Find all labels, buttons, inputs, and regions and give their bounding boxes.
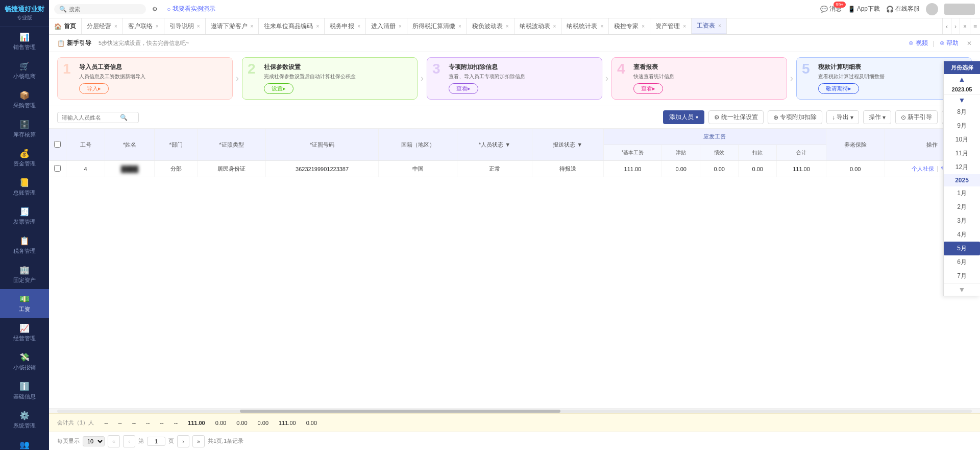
- month-item-9[interactable]: 9月: [944, 119, 980, 133]
- tab-menu-btn[interactable]: ≡: [970, 18, 980, 35]
- tab-tax-stat[interactable]: 纳税统计表 ×: [561, 18, 609, 35]
- sidebar-item-system[interactable]: ⚙️ 系统管理: [0, 406, 49, 435]
- month-item-10[interactable]: 10月: [944, 133, 980, 147]
- horizontal-scrollbar[interactable]: [49, 408, 980, 413]
- row-checkbox[interactable]: [54, 165, 61, 172]
- sidebar-item-assets[interactable]: 🏢 固定资产: [0, 260, 49, 289]
- sidebar-item-ledger[interactable]: 📒 总账管理: [0, 173, 49, 202]
- next-page-btn[interactable]: ›: [177, 435, 189, 447]
- sidebar-item-operations[interactable]: 📈 经营管理: [0, 318, 49, 347]
- tab-invite-close[interactable]: ×: [251, 23, 254, 29]
- tab-customer-close[interactable]: ×: [156, 23, 159, 29]
- user-avatar[interactable]: [926, 3, 938, 15]
- tab-tax-wave-close[interactable]: ×: [553, 23, 556, 29]
- tab-income-tax-close[interactable]: ×: [458, 23, 461, 29]
- month-item-6[interactable]: 6月: [944, 255, 980, 269]
- sidebar-item-basic-info[interactable]: ℹ️ 基础信息: [0, 376, 49, 406]
- tab-tax-wave[interactable]: 纳税波动表 ×: [514, 18, 562, 35]
- h-scrollbar-track[interactable]: [57, 410, 972, 413]
- tab-guide-close[interactable]: ×: [197, 23, 200, 29]
- month-panel-collapse-btn[interactable]: ▼: [959, 286, 966, 294]
- step-btn-3[interactable]: 查看▸: [449, 83, 478, 94]
- demo-link[interactable]: ○ 我要看实例演示: [167, 5, 215, 13]
- sidebar-item-collab[interactable]: 👥 企业协同: [0, 435, 49, 450]
- tab-clearance[interactable]: 进入清册 ×: [366, 18, 407, 35]
- sidebar-item-expense[interactable]: 💸 小畅报销: [0, 347, 49, 376]
- step-btn-5[interactable]: 敬请期待▸: [818, 83, 859, 94]
- tab-tax-expert-close[interactable]: ×: [642, 23, 645, 29]
- guide-close-btn[interactable]: ✕: [967, 40, 972, 47]
- tab-tax-report[interactable]: 税务申报 ×: [325, 18, 366, 35]
- tab-income-tax[interactable]: 所得税汇算清缴 ×: [407, 18, 467, 35]
- online-service-button[interactable]: 🎧 在线客服: [886, 5, 920, 13]
- add-employee-button[interactable]: 添加人员 ▾: [663, 110, 704, 124]
- topbar-search-box[interactable]: 🔍: [54, 4, 146, 14]
- per-page-select[interactable]: 10 20 50: [83, 436, 105, 446]
- new-user-guide-btn[interactable]: ⊙ 新手引导: [895, 110, 938, 124]
- step-btn-2[interactable]: 设置▸: [264, 83, 293, 94]
- tab-payroll-close[interactable]: ×: [718, 23, 721, 29]
- month-item-5[interactable]: 5月: [944, 242, 980, 255]
- employee-search-input[interactable]: [62, 114, 118, 121]
- tab-product-close[interactable]: ×: [316, 23, 319, 29]
- sidebar-item-payroll[interactable]: 💵 工资: [0, 289, 49, 318]
- sidebar-item-purchase[interactable]: 📦 采购管理: [0, 85, 49, 114]
- social-insurance-btn[interactable]: ⚙ 统一社保设置: [708, 110, 764, 124]
- help-link[interactable]: ⊙ 帮助: [940, 39, 959, 48]
- tab-tax-fluctuation[interactable]: 税负波动表 ×: [467, 18, 514, 35]
- settings-btn[interactable]: ⚙: [150, 5, 160, 14]
- tab-asset-close[interactable]: ×: [683, 23, 686, 29]
- select-all-checkbox[interactable]: [54, 141, 61, 148]
- tab-prev-btn[interactable]: ‹: [942, 18, 951, 35]
- topbar-search-input[interactable]: [69, 6, 130, 12]
- tab-tax-fluct-close[interactable]: ×: [506, 23, 509, 29]
- first-page-btn[interactable]: «: [108, 435, 120, 447]
- month-item-11[interactable]: 11月: [944, 147, 980, 160]
- month-item-8[interactable]: 8月: [944, 105, 980, 119]
- app-download-button[interactable]: 📱 App下载: [848, 5, 880, 13]
- tab-tax-report-close[interactable]: ×: [357, 23, 360, 29]
- sidebar-item-sales[interactable]: 📊 销售管理: [0, 27, 49, 56]
- month-item-12[interactable]: 12月: [944, 160, 980, 174]
- tab-clearance-close[interactable]: ×: [399, 23, 402, 29]
- tab-customer[interactable]: 客户联络 ×: [123, 18, 164, 35]
- sidebar-item-invoice[interactable]: 🧾 发票管理: [0, 202, 49, 231]
- last-page-btn[interactable]: »: [192, 435, 205, 447]
- user-name-area[interactable]: [944, 4, 975, 15]
- sidebar-item-tax[interactable]: 📋 税务管理: [0, 231, 49, 260]
- tab-home[interactable]: 🏠 首页: [49, 18, 82, 35]
- tab-next-btn[interactable]: ›: [951, 18, 960, 35]
- month-item-2[interactable]: 2月: [944, 200, 980, 214]
- operation-btn[interactable]: 操作 ▾: [863, 110, 891, 124]
- sidebar-item-ecommerce[interactable]: 🛒 小畅电商: [0, 56, 49, 85]
- sidebar-item-finance[interactable]: 💰 资金管理: [0, 144, 49, 173]
- special-deduction-btn[interactable]: ⊕ 专项附加扣除: [768, 110, 822, 124]
- tab-tax-stat-close[interactable]: ×: [600, 23, 603, 29]
- h-scrollbar-thumb[interactable]: [240, 410, 560, 413]
- tab-payroll[interactable]: 工资表 ×: [692, 18, 727, 35]
- page-number-input[interactable]: [147, 437, 165, 446]
- tab-tiered-mgmt[interactable]: 分层经营 ×: [82, 18, 123, 35]
- tab-product-code[interactable]: 往来单位商品编码 ×: [259, 18, 325, 35]
- month-item-4[interactable]: 4月: [944, 228, 980, 242]
- employee-search-box[interactable]: 🔍: [57, 112, 139, 123]
- export-btn[interactable]: ↓ 导出 ▾: [826, 110, 859, 124]
- tab-tiered-close[interactable]: ×: [114, 23, 117, 29]
- td-checkbox[interactable]: [49, 161, 66, 177]
- month-year-down-btn[interactable]: ▼: [957, 96, 968, 104]
- month-item-1[interactable]: 1月: [944, 186, 980, 200]
- video-link[interactable]: ⊙ 视频: [909, 39, 927, 48]
- step-btn-4[interactable]: 查看▸: [633, 83, 663, 94]
- tab-invite[interactable]: 邀请下游客户 ×: [206, 18, 259, 35]
- tab-guide-desc[interactable]: 引导说明 ×: [164, 18, 206, 35]
- prev-page-btn[interactable]: ‹: [123, 435, 135, 447]
- step-btn-1[interactable]: 导入▸: [79, 83, 109, 94]
- message-button[interactable]: 💬 消息 99+: [820, 5, 842, 13]
- month-item-7[interactable]: 7月: [944, 269, 980, 283]
- tab-close-all-btn[interactable]: ×: [960, 18, 970, 35]
- month-year-up-btn[interactable]: ▲: [957, 75, 968, 83]
- tab-asset-mgmt[interactable]: 资产管理 ×: [650, 18, 692, 35]
- tab-tax-expert[interactable]: 税控专家 ×: [609, 18, 650, 35]
- month-item-3[interactable]: 3月: [944, 214, 980, 228]
- personal-social-insurance-btn[interactable]: 个人社保: [912, 165, 934, 172]
